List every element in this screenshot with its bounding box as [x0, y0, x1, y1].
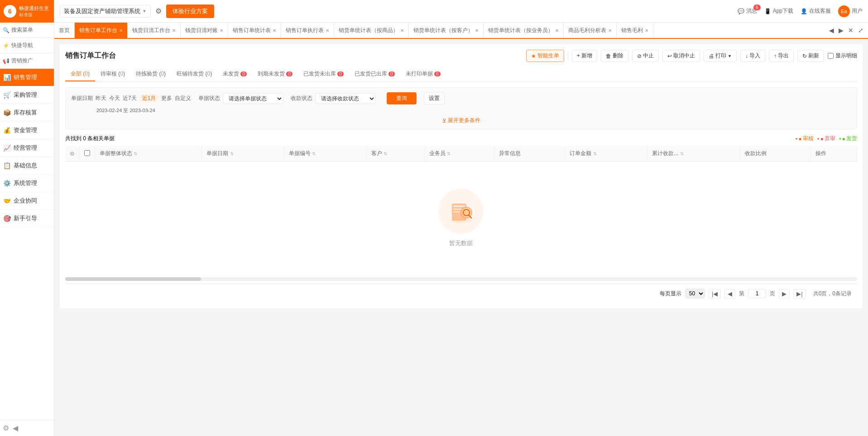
tab-scroll-right[interactable]: ▶: [837, 26, 845, 35]
tab-sales-by-product[interactable]: 销货单统计表（按商品） ✕: [334, 23, 409, 38]
status-select[interactable]: 请选择单据状态: [223, 93, 283, 104]
sidebar-item-guide[interactable]: 🎯 新手引导: [0, 210, 54, 227]
delete-button[interactable]: 🗑 删除: [601, 50, 628, 62]
query-button[interactable]: 查询: [387, 92, 417, 104]
sidebar-item-management[interactable]: 📈 经营管理: [0, 139, 54, 157]
batch-audit-button[interactable]: ● 审核: [796, 135, 814, 142]
batch-abandon-button[interactable]: ● 弃审: [817, 135, 835, 142]
date-7days[interactable]: 近7天: [123, 95, 137, 102]
prev-page-button[interactable]: ◀: [724, 289, 735, 299]
scroll-thumb[interactable]: [65, 277, 201, 281]
tab-sales-stats[interactable]: 销售订单统计表 ✕: [228, 23, 281, 38]
page-number-input[interactable]: [748, 289, 766, 298]
tab-maximize[interactable]: ⤢: [856, 26, 865, 35]
horizontal-scrollbar[interactable]: [65, 277, 857, 281]
tab-sales-workbench[interactable]: 销售订单工作台 ✕: [75, 23, 128, 38]
sidebar-item-inventory[interactable]: 📦 库存核算: [0, 104, 54, 122]
tab-sales-exec[interactable]: 销售订单执行表 ✕: [281, 23, 334, 38]
export-button[interactable]: ↑ 导出: [769, 50, 794, 62]
filter-status: 单据状态 请选择单据状态: [198, 93, 283, 104]
topbar-settings-icon[interactable]: ⚙: [155, 7, 162, 15]
sidebar: 6 畅捷通好生意 标准版 🔍 搜索菜单 ⚡ 快捷导航 📢 营销推广 📊 销售管理…: [0, 0, 54, 436]
tab-sales-by-customer[interactable]: 销货单统计表（按客户） ✕: [409, 23, 484, 38]
tab-home[interactable]: 首页: [54, 23, 75, 38]
subtab-pending-review[interactable]: 待审核 (0): [95, 67, 130, 81]
filter-area: 单据日期 昨天 今天 近7天 近1月 更多 自定义 单据状态: [65, 87, 857, 129]
select-all-checkbox[interactable]: [84, 150, 90, 156]
sort-icon-6: ⇅: [593, 151, 597, 156]
tab-reconcile[interactable]: 钱货日清对账 ✕: [181, 23, 228, 38]
messages-button[interactable]: 💬 消息 6: [738, 7, 757, 15]
quick-nav[interactable]: ⚡ 快捷导航: [0, 38, 54, 53]
first-page-button[interactable]: |◀: [709, 289, 721, 299]
sidebar-item-sales[interactable]: 📊 销售管理: [0, 69, 54, 86]
sidebar-item-basic-info[interactable]: 📋 基础信息: [0, 157, 54, 175]
user-profile[interactable]: Ea 用户: [838, 5, 863, 17]
subtab-pending-pick[interactable]: 待拣验货 (0): [130, 67, 171, 81]
tab-close-sales-workbench[interactable]: ✕: [119, 28, 123, 33]
th-settings[interactable]: ⚙: [65, 146, 80, 161]
date-more[interactable]: 更多: [161, 95, 172, 102]
subtab-overdue-unshipped[interactable]: 到期未发货 0: [252, 67, 298, 81]
sidebar-item-purchase[interactable]: 🛒 采购管理: [0, 86, 54, 104]
tab-close-sales-by-salesperson[interactable]: ✕: [555, 28, 559, 33]
print-button[interactable]: 🖨 打印 ▼: [704, 50, 737, 62]
tab-sales-gross[interactable]: 销售毛利 ✕: [617, 23, 653, 38]
collapse-sidebar-icon[interactable]: ◀: [13, 424, 18, 432]
smart-generate-button[interactable]: ★ 智能生单: [526, 50, 564, 62]
expand-icon: ⊻: [442, 118, 446, 124]
next-page-button[interactable]: ▶: [779, 289, 790, 299]
subtab-all[interactable]: 全部 (0): [65, 67, 95, 81]
refresh-button[interactable]: ↻ 刷新: [797, 50, 824, 62]
tab-close-daily-clear[interactable]: ✕: [172, 28, 176, 33]
subtab-unshipped[interactable]: 未发货 0: [217, 67, 252, 81]
sidebar-item-collab[interactable]: 🤝 企业协同: [0, 192, 54, 210]
tab-scroll-left[interactable]: ◀: [827, 26, 836, 35]
promo-nav[interactable]: 📢 营销推广: [0, 53, 54, 69]
sidebar-item-system[interactable]: ⚙️ 系统管理: [0, 175, 54, 192]
subtab-shipped-outbound[interactable]: 已发货已出库 0: [349, 67, 400, 81]
tab-sales-by-salesperson[interactable]: 销货单统计表（按业务员） ✕: [484, 23, 564, 38]
subtab-wangpu-pending[interactable]: 旺铺待发货 (0): [171, 67, 217, 81]
search-menu[interactable]: 🔍 搜索菜单: [0, 23, 54, 38]
show-detail-toggle[interactable]: 显示明细: [828, 52, 857, 60]
tab-close-sales-exec[interactable]: ✕: [326, 28, 329, 33]
th-checkbox[interactable]: [80, 146, 95, 161]
date-custom[interactable]: 自定义: [175, 95, 191, 102]
date-today[interactable]: 今天: [109, 95, 120, 102]
tab-close-sales-gross[interactable]: ✕: [645, 28, 648, 33]
online-service-button[interactable]: 👤 在线客服: [801, 7, 831, 15]
purchase-icon: 🛒: [3, 91, 11, 99]
import-button[interactable]: ↓ 导入: [740, 50, 765, 62]
batch-deliver-button[interactable]: ● 发货: [839, 135, 857, 142]
date-1month[interactable]: 近1月: [139, 94, 159, 103]
tab-close-sales-stats[interactable]: ✕: [273, 28, 276, 33]
expand-filter-button[interactable]: ⊻ 展开更多条件: [442, 117, 480, 124]
page-size-select[interactable]: 50: [685, 289, 705, 299]
workbench: 销售订单工作台 ★ 智能生单 + 新增 🗑 删除 ⊘ 中止: [60, 44, 863, 308]
page-size-label: 每页显示: [660, 290, 681, 298]
last-page-button[interactable]: ▶|: [793, 289, 806, 299]
subtab-unprinted[interactable]: 未打印单据 0: [400, 67, 446, 81]
pause-button[interactable]: ⊘ 中止: [632, 50, 659, 62]
settings-filter-button[interactable]: 设置: [424, 92, 445, 104]
subtab-shipped-not-outbound[interactable]: 已发货未出库 0: [298, 67, 349, 81]
tab-close-sales-by-product[interactable]: ✕: [400, 28, 404, 33]
settings-bottom-icon[interactable]: ⚙: [3, 424, 9, 432]
tab-close-reconcile[interactable]: ✕: [220, 28, 223, 33]
cancel-pause-button[interactable]: ↩ 取消中止: [662, 50, 700, 62]
tab-gross-margin[interactable]: 商品毛利分析表 ✕: [564, 23, 617, 38]
tab-close-gross-margin[interactable]: ✕: [608, 28, 612, 33]
tab-close-sales-by-customer[interactable]: ✕: [475, 28, 479, 33]
add-button[interactable]: + 新增: [572, 50, 597, 62]
payment-select[interactable]: 请选择收款状态: [315, 93, 376, 104]
date-yesterday[interactable]: 昨天: [96, 95, 106, 102]
sidebar-item-finance[interactable]: 💰 资金管理: [0, 122, 54, 139]
tab-close-all[interactable]: ✕: [846, 26, 855, 35]
show-detail-checkbox[interactable]: [828, 53, 834, 59]
system-selector[interactable]: 装备及固定资产辅助管理系统 ▼: [60, 5, 151, 18]
topbar: 装备及固定资产辅助管理系统 ▼ ⚙ 体验行业方案 💬 消息 6 📱 App下载 …: [54, 0, 868, 23]
tab-daily-clear[interactable]: 钱货日清工作台 ✕: [128, 23, 181, 38]
app-download-button[interactable]: 📱 App下载: [764, 7, 793, 15]
solution-button[interactable]: 体验行业方案: [166, 5, 214, 18]
